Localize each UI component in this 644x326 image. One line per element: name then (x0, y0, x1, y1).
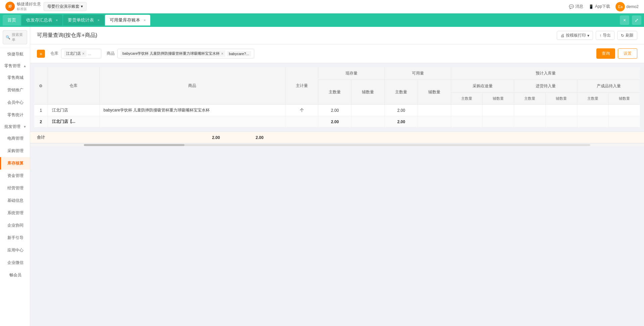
sidebar-search-area: 🔍 搜索菜单 (0, 27, 30, 48)
sidebar-item-basic-info[interactable]: 基础信息 (0, 194, 30, 207)
sidebar-item-ecommerce[interactable]: 电商管理 (0, 132, 30, 145)
cell-warehouse: 江北门店 (48, 105, 99, 116)
print-btn[interactable]: 🖨 按模板打印 ▾ (557, 31, 593, 40)
cell-avail-aux (418, 105, 451, 116)
tab-order-stats[interactable]: 要货单统计表 × (63, 15, 104, 26)
th-avail-main: 主数量 (385, 80, 418, 105)
cell-prod-main (577, 105, 609, 116)
goods-input[interactable]: babycare学饮杯 儿童防摔防撞吸管杯重力球吸嘴杯宝宝水杯 × babyca… (117, 49, 254, 58)
filter-toggle-btn[interactable]: » (37, 50, 45, 58)
sidebar-item-enterprise-collab[interactable]: 企业协同 (0, 219, 30, 232)
sidebar-item-sys-mgmt[interactable]: 系统管理 (0, 207, 30, 219)
print-icon: 🖨 (560, 33, 565, 38)
warehouse-input[interactable]: 江北门店 × ... (61, 49, 101, 58)
cell-prod-main-2 (577, 116, 609, 128)
warehouse-remove-icon[interactable]: × (82, 51, 85, 56)
user-profile[interactable]: Ea demo2 (615, 2, 639, 11)
app-version: 标准版 (17, 7, 41, 11)
th-prod-aux: 辅数量 (609, 93, 640, 105)
sidebar-item-wholesale-mgmt[interactable]: 批发管理 ▼ (0, 121, 30, 132)
sidebar-item-marketing[interactable]: 营销推广 (0, 84, 30, 96)
tab-available-close-icon[interactable]: × (144, 18, 146, 22)
cell-avail-aux-2 (418, 116, 451, 128)
main-content: 可用量查询(按仓库+商品) 🖨 按模板打印 ▾ ↑ 导出 ↻ 刷新 (30, 27, 644, 326)
tab-receipt-summary[interactable]: 收发存汇总表 × (21, 15, 62, 26)
warehouse-label: 仓库 (50, 51, 58, 56)
th-available-group: 可用量 (385, 67, 451, 80)
tab-home[interactable]: 首页 (3, 15, 21, 26)
app-download-action[interactable]: 📱 App下载 (589, 4, 610, 9)
refresh-btn[interactable]: ↻ 刷新 (617, 31, 637, 40)
th-production-group: 产成品待入量 (577, 80, 640, 93)
tab-available-inventory[interactable]: 可用量库存账本 × (105, 15, 150, 26)
tab-receipt-close-icon[interactable]: × (56, 18, 58, 22)
cell-unit-2 (285, 116, 318, 128)
scrollbar-area (30, 143, 644, 146)
cell-purchase-aux-2 (483, 116, 514, 128)
chevron-right-icon: » (40, 51, 42, 56)
cell-pp-main (514, 105, 546, 116)
sidebar-item-app-center[interactable]: 应用中心 (0, 244, 30, 257)
filter-area: » 仓库 江北门店 × ... 商品 babycare学饮杯 儿童防摔防撞吸管杯… (30, 44, 644, 63)
message-icon: 💬 (569, 4, 574, 9)
search-label: 搜索菜单 (12, 32, 24, 42)
th-avail-aux: 辅数量 (418, 80, 451, 105)
cell-warehouse-2: 江北门店【... (48, 116, 99, 128)
settings-icon: ⚙ (39, 84, 43, 88)
tab-controls: × ⤢ (620, 15, 641, 25)
sidebar-item-member[interactable]: 会员中心 (0, 96, 30, 109)
message-action[interactable]: 💬 消息 (569, 4, 583, 9)
top-bar-left: 好 畅捷通好生意 标准版 母婴行业演示账套 ▾ (5, 2, 87, 11)
cell-seq: 1 (34, 105, 48, 116)
table-row: 2 江北门店【... 2.00 2.00 (34, 116, 640, 128)
export-btn[interactable]: ↑ 导出 (596, 31, 614, 40)
sidebar-item-new-guide[interactable]: 新手引导 (0, 232, 30, 244)
tab-order-close-icon[interactable]: × (97, 18, 99, 22)
print-chevron-icon: ▾ (587, 33, 589, 38)
goods-tag1: babycare学饮杯 儿童防摔防撞吸管杯重力球吸嘴杯宝宝水杯 × (120, 50, 225, 57)
warehouse-more-btn[interactable]: ... (88, 51, 91, 56)
search-menu-btn[interactable]: 🔍 搜索菜单 (3, 30, 27, 44)
sidebar: 🔍 搜索菜单 快捷导航 零售管理 ▲ 零售商城 营销推广 会员中心 零售统计 批… (0, 27, 30, 326)
goods-filter-group: 商品 babycare学饮杯 儿童防摔防撞吸管杯重力球吸嘴杯宝宝水杯 × bab… (107, 49, 254, 58)
th-settings[interactable]: ⚙ (34, 67, 48, 105)
sidebar-item-inventory-check[interactable]: 库存核算 (0, 157, 30, 170)
setting-btn[interactable]: 设置 (618, 48, 637, 59)
cell-stock-main-2: 2.00 (318, 116, 352, 128)
chevron-icon: ▼ (23, 125, 26, 129)
goods-remove-icon1[interactable]: × (221, 51, 223, 56)
query-btn[interactable]: 查询 (596, 48, 615, 59)
sidebar-item-quick-nav[interactable]: 快捷导航 (0, 48, 30, 60)
th-incoming-group: 预计入库量 (451, 67, 640, 80)
cell-purchase-aux (483, 105, 514, 116)
sidebar-item-members[interactable]: 畅会员 (0, 269, 30, 281)
close-tab-btn[interactable]: × (620, 15, 629, 25)
sidebar-item-retail-store[interactable]: 零售商城 (0, 72, 30, 84)
sidebar-item-purchase-mgmt[interactable]: 采购管理 (0, 145, 30, 157)
table-footer: 合计 2.00 2.00 (30, 132, 644, 143)
footer-label: 合计 (37, 135, 45, 140)
sidebar-item-retail-stats[interactable]: 零售统计 (0, 109, 30, 121)
cell-stock-main: 2.00 (318, 105, 352, 116)
th-purchase-aux: 辅数量 (483, 93, 514, 105)
th-purchase-group: 采购在途量 (451, 80, 514, 93)
warehouse-filter-group: 仓库 江北门店 × ... (50, 49, 101, 58)
tab-receipt-summary-label: 收发存汇总表 (26, 17, 52, 23)
user-name: demo2 (626, 4, 639, 9)
message-label: 消息 (575, 4, 583, 9)
data-table-container: ⚙ 仓库 商品 主计量 现存量 (34, 67, 640, 128)
industry-selector[interactable]: 母婴行业演示账套 ▾ (44, 2, 87, 11)
data-table: ⚙ 仓库 商品 主计量 现存量 (34, 67, 640, 128)
expand-btn[interactable]: ⤢ (632, 15, 641, 25)
th-goods: 商品 (99, 67, 285, 105)
sidebar-item-ops-mgmt[interactable]: 经营管理 (0, 182, 30, 194)
scrollbar-thumb[interactable] (84, 144, 184, 146)
sidebar-item-enterprise-wechat[interactable]: 企业微信 (0, 257, 30, 269)
scrollbar-track[interactable] (84, 144, 590, 146)
sidebar-item-finance-mgmt[interactable]: 资金管理 (0, 170, 30, 182)
sidebar-item-retail-mgmt[interactable]: 零售管理 ▲ (0, 60, 30, 72)
cell-seq-2: 2 (34, 116, 48, 128)
th-stock-main: 主数量 (318, 80, 352, 105)
th-stock-group: 现存量 (318, 67, 385, 80)
avatar: Ea (615, 2, 625, 11)
